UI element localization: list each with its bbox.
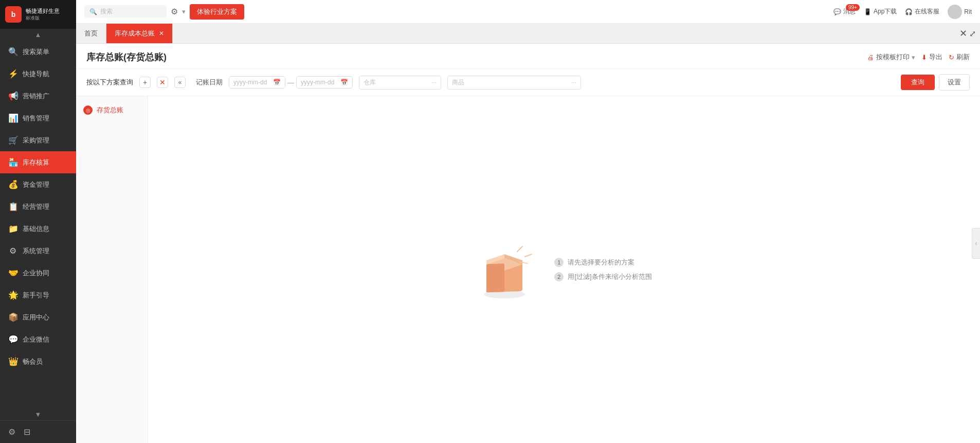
sidebar-scroll-up[interactable]: ▲ <box>0 29 76 41</box>
scheme-panel: ◎ 存货总账 <box>76 96 148 443</box>
search-box[interactable]: 🔍 搜索 <box>84 5 167 18</box>
sidebar-nav: 🔍 搜索菜单 ⚡ 快捷导航 📢 营销推广 📊 销售管理 🛒 采购管理 🏪 库存核… <box>0 41 76 409</box>
filter-collapse-btn[interactable]: « <box>174 77 186 88</box>
sidebar-item-label: 企业协同 <box>23 269 49 278</box>
export-label: 导出 <box>929 52 942 62</box>
collapse-icon[interactable]: ⊟ <box>24 427 30 437</box>
content-body: ◎ 存货总账 <box>76 96 980 443</box>
warehouse-select[interactable]: 仓库 ··· <box>359 76 441 90</box>
date-end-placeholder: yyyy-mm-dd <box>301 79 334 86</box>
sidebar: b 畅捷通好生意 标准版 ▲ 🔍 搜索菜单 ⚡ 快捷导航 📢 营销推广 📊 销售… <box>0 0 76 443</box>
system-icon: ⚙ <box>8 246 17 256</box>
filter-bar: 按以下方案查询 + ✕ « 记账日期 yyyy-mm-dd 📅 — yyyy-m… <box>76 69 980 96</box>
search-placeholder: 搜索 <box>100 7 113 16</box>
export-icon: ⬇ <box>921 54 927 61</box>
warehouse-more-icon[interactable]: ··· <box>431 79 437 86</box>
empty-state: 1 请先选择要分析的方案 2 用[过滤]条件来缩小分析范围 <box>148 96 980 443</box>
product-more-icon[interactable]: ··· <box>571 79 576 86</box>
page-title: 库存总账(存货总账) <box>86 51 167 63</box>
filter-add-btn[interactable]: + <box>139 77 151 88</box>
empty-tips: 1 请先选择要分析的方案 2 用[过滤]条件来缩小分析范围 <box>554 258 651 281</box>
print-icon: 🖨 <box>867 54 874 61</box>
online-service-btn[interactable]: 🎧 在线客服 <box>905 7 939 16</box>
member-icon: 👑 <box>8 357 17 366</box>
sidebar-scroll-down[interactable]: ▼ <box>0 409 76 420</box>
refresh-btn[interactable]: ↻ 刷新 <box>949 52 970 62</box>
sidebar-item-label: 经营管理 <box>23 202 49 211</box>
purchase-icon: 🛒 <box>8 135 17 145</box>
dropdown-arrow-icon[interactable]: ▾ <box>182 8 186 15</box>
gear-icon[interactable]: ⚙ <box>171 7 178 16</box>
tip-text-1: 请先选择要分析的方案 <box>568 258 634 267</box>
product-select[interactable]: 商品 ··· <box>447 76 581 90</box>
sidebar-item-label: 采购管理 <box>23 136 49 145</box>
sidebar-item-purchase[interactable]: 🛒 采购管理 <box>0 129 76 151</box>
inventory-icon: 🏪 <box>8 157 17 167</box>
calendar-start-icon[interactable]: 📅 <box>273 79 281 86</box>
export-btn[interactable]: ⬇ 导出 <box>921 52 942 62</box>
tabs-bar: 首页 库存成本总账 ✕ ✕ ⤢ <box>76 24 980 44</box>
sidebar-item-shortcut[interactable]: ⚡ 快捷导航 <box>0 63 76 85</box>
sidebar-item-label: 库存核算 <box>23 158 49 167</box>
sidebar-item-basic[interactable]: 📁 基础信息 <box>0 218 76 240</box>
tab-inventory-ledger-label: 库存成本总账 <box>115 29 155 38</box>
settings-icon[interactable]: ⚙ <box>8 427 15 437</box>
messages-badge: 99+ <box>846 4 860 11</box>
enterprise-icon: 🤝 <box>8 268 17 278</box>
calendar-end-icon[interactable]: 📅 <box>340 79 348 86</box>
operation-icon: 📋 <box>8 202 17 211</box>
print-template-btn[interactable]: 🖨 按模板打印 ▾ <box>867 52 915 62</box>
date-start-field[interactable]: yyyy-mm-dd 📅 <box>229 76 285 88</box>
empty-svg <box>476 239 538 300</box>
sidebar-item-finance[interactable]: 💰 资金管理 <box>0 173 76 196</box>
tab-close-icon[interactable]: ✕ <box>159 30 164 37</box>
messages-btn[interactable]: 💬 消息 99+ <box>833 7 856 16</box>
date-label: 记账日期 <box>196 78 223 87</box>
tab-expand-icon[interactable]: ⤢ <box>969 29 976 39</box>
settings-btn[interactable]: 设置 <box>939 74 970 91</box>
sidebar-item-marketing[interactable]: 📢 营销推广 <box>0 85 76 107</box>
empty-tip-1: 1 请先选择要分析的方案 <box>554 258 651 267</box>
sidebar-item-label: 营销推广 <box>23 92 49 101</box>
sidebar-item-label: 搜索菜单 <box>23 47 49 57</box>
svg-line-7 <box>525 254 532 257</box>
sidebar-item-member[interactable]: 👑 畅会员 <box>0 350 76 373</box>
industry-btn[interactable]: 体验行业方案 <box>190 4 244 20</box>
wechat-icon: 💬 <box>8 334 17 344</box>
sidebar-item-operation[interactable]: 📋 经营管理 <box>0 196 76 218</box>
user-menu[interactable]: Rit <box>948 5 972 19</box>
scheme-item-inventory[interactable]: ◎ 存货总账 <box>76 101 148 119</box>
app-logo: b 畅捷通好生意 标准版 <box>0 0 76 29</box>
date-end-field[interactable]: yyyy-mm-dd 📅 <box>296 76 353 88</box>
sidebar-item-system[interactable]: ⚙ 系统管理 <box>0 240 76 262</box>
sidebar-item-sales[interactable]: 📊 销售管理 <box>0 107 76 129</box>
query-btn[interactable]: 查询 <box>901 75 935 90</box>
tip-text-2: 用[过滤]条件来缩小分析范围 <box>568 272 651 281</box>
date-range-input: yyyy-mm-dd 📅 — yyyy-mm-dd 📅 <box>229 76 353 88</box>
sidebar-item-newbie[interactable]: 🌟 新手引导 <box>0 284 76 306</box>
app-edition: 标准版 <box>26 15 60 22</box>
finance-icon: 💰 <box>8 180 17 189</box>
sidebar-item-label: 应用中心 <box>23 313 49 322</box>
app-download-btn[interactable]: 📱 App下载 <box>864 7 897 16</box>
print-template-label: 按模板打印 <box>876 52 910 62</box>
main-area: 🔍 搜索 ⚙ ▾ 体验行业方案 💬 消息 99+ 📱 App下载 🎧 在线客服 <box>76 0 980 443</box>
scheme-item-icon: ◎ <box>83 105 93 115</box>
tab-home[interactable]: 首页 <box>76 24 106 43</box>
tab-inventory-ledger[interactable]: 库存成本总账 ✕ <box>106 24 173 43</box>
sidebar-item-inventory[interactable]: 🏪 库存核算 <box>0 151 76 173</box>
topbar-right: 💬 消息 99+ 📱 App下载 🎧 在线客服 Rit <box>833 5 972 19</box>
sidebar-item-enterprise[interactable]: 🤝 企业协同 <box>0 262 76 284</box>
right-panel-toggle[interactable]: ‹ <box>972 228 980 259</box>
sidebar-item-apps[interactable]: 📦 应用中心 <box>0 306 76 328</box>
apps-icon: 📦 <box>8 312 17 322</box>
sidebar-item-label: 销售管理 <box>23 114 49 123</box>
sidebar-item-label: 快捷导航 <box>23 69 49 79</box>
sidebar-item-wechat[interactable]: 💬 企业微信 <box>0 328 76 350</box>
sidebar-item-label: 基础信息 <box>23 224 49 234</box>
topbar-left: 🔍 搜索 ⚙ ▾ 体验行业方案 <box>84 4 827 20</box>
sidebar-item-search[interactable]: 🔍 搜索菜单 <box>0 41 76 63</box>
tab-home-label: 首页 <box>84 29 98 38</box>
tab-panel-close-icon[interactable]: ✕ <box>959 28 967 39</box>
filter-clear-btn[interactable]: ✕ <box>157 77 168 88</box>
